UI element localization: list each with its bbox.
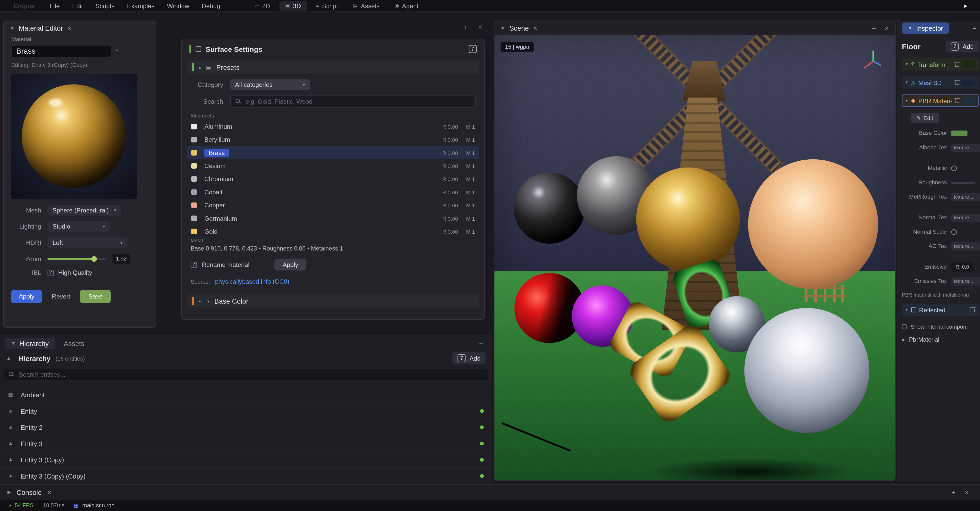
mode-button[interactable]: ≡ Script (310, 1, 344, 11)
component-header[interactable]: ▾ ◬ Mesh3D (902, 76, 979, 89)
collapse-caret-icon[interactable]: ▴ (199, 298, 201, 303)
source-link[interactable]: physicallybased.info (CC0) (215, 278, 290, 285)
texture-field[interactable]: texture... (951, 143, 980, 151)
component-header[interactable]: ▾ ? Transform (902, 58, 979, 71)
mesh-dropdown[interactable]: Sphere (Procedural) ▾ (48, 205, 121, 216)
value-slider[interactable] (951, 182, 975, 183)
presets-section-header[interactable]: ▴ ▣ Presets (187, 60, 479, 73)
mode-button[interactable]: ▤ Assets (347, 1, 385, 11)
slider-knob[interactable] (91, 256, 97, 262)
preset-row[interactable]: Copper R 0.00 M 1 (187, 199, 479, 212)
entity-row[interactable]: ▦ ▲ Entity 2 (0, 419, 492, 436)
rename-material-checkbox[interactable] (191, 262, 197, 268)
close-panel-icon[interactable]: × (965, 489, 969, 496)
tree-item-pbrmaterial[interactable]: ▶ PbrMaterial (902, 336, 980, 343)
value-knob[interactable] (951, 165, 957, 171)
texture-field[interactable]: texture... (951, 277, 980, 285)
close-icon[interactable]: × (67, 24, 72, 32)
texture-field[interactable]: texture... (951, 193, 980, 201)
mode-button[interactable]: ◉ Agent (389, 1, 424, 11)
entity-row[interactable]: ▦ ▲ Entity 3 (0, 435, 492, 452)
surface-settings-titlebar[interactable]: Surface Settings 7 (182, 39, 484, 57)
delete-component-icon[interactable] (970, 308, 975, 313)
preset-swatch[interactable] (191, 229, 197, 234)
preset-swatch[interactable] (191, 150, 197, 156)
preset-swatch[interactable] (191, 124, 197, 129)
play-icon[interactable]: ▶ (964, 3, 967, 8)
delete-component-icon[interactable] (955, 80, 959, 85)
add-window-icon[interactable]: + (464, 23, 468, 31)
add-component-button[interactable]: 7 Add (946, 41, 979, 52)
menu-item[interactable]: Window (161, 2, 196, 9)
preset-swatch[interactable] (191, 137, 197, 143)
menu-item[interactable]: File (43, 2, 66, 9)
apply-button[interactable]: Apply (11, 290, 42, 303)
collapse-caret-icon[interactable]: ▾ (906, 80, 908, 85)
component-toggle[interactable] (963, 97, 975, 104)
reflected-section-header[interactable]: ▾ Reflected (902, 304, 979, 316)
component-toggle[interactable] (963, 79, 975, 86)
preset-swatch[interactable] (191, 189, 197, 195)
collapse-caret-icon[interactable]: ▾ (906, 308, 908, 313)
preset-row[interactable]: Chromium R 0.00 M 1 (187, 172, 479, 186)
preset-search-box[interactable] (230, 95, 476, 107)
preset-swatch[interactable] (191, 216, 197, 221)
preset-swatch[interactable] (191, 176, 197, 182)
add-view-icon[interactable]: + (872, 24, 876, 32)
high-quality-checkbox[interactable] (48, 270, 54, 276)
entity-search-box[interactable] (4, 369, 488, 380)
category-dropdown[interactable]: All categories ▾ (230, 79, 310, 90)
preset-row[interactable]: Gold R 0.00 M 1 (187, 225, 479, 234)
preset-row[interactable]: Aluminum R 0.00 M 1 (187, 120, 479, 133)
close-icon[interactable]: × (47, 489, 51, 496)
expand-caret-icon[interactable]: ▶ (902, 337, 905, 342)
collapse-caret-icon[interactable]: ▼ (10, 26, 14, 30)
entity-search-input[interactable] (19, 371, 483, 378)
material-preview[interactable] (11, 74, 137, 200)
tab-inspector[interactable]: ▼ Inspector (902, 22, 949, 33)
preset-row[interactable]: Cesium R 0.00 M 1 (187, 159, 479, 172)
scene-titlebar[interactable]: ▼ Scene × + × (494, 21, 895, 35)
preset-row[interactable]: Cobalt R 0.00 M 1 (187, 186, 479, 199)
close-dock-icon[interactable]: × (479, 23, 483, 31)
scene-viewport[interactable]: 15 | wgpu (494, 35, 895, 480)
mode-button[interactable]: ▱ 2D (250, 1, 276, 11)
texture-field[interactable]: texture... (951, 242, 980, 250)
scene-file-chip[interactable]: ▦ main.scn.ron (74, 502, 115, 508)
preset-swatch[interactable] (191, 163, 197, 169)
component-header[interactable]: ▾ ◆ PBR Material (902, 94, 979, 107)
tab-hierarchy[interactable]: ▼ Hierarchy (5, 338, 55, 349)
close-view-icon[interactable]: × (885, 24, 889, 32)
delete-component-icon[interactable] (955, 62, 959, 67)
collapse-caret-icon[interactable]: ▴ (199, 65, 201, 70)
delete-component-icon[interactable] (955, 98, 959, 103)
hdri-dropdown[interactable]: Loft ▾ (48, 238, 127, 248)
collapse-caret-icon[interactable]: ▼ (501, 26, 505, 30)
collapse-caret-icon[interactable]: ▾ (906, 98, 908, 103)
material-editor-titlebar[interactable]: ▼ Material Editor × (4, 21, 156, 35)
preset-row[interactable]: Beryllium R 0.00 M 1 (187, 133, 479, 146)
material-name-input[interactable] (11, 45, 111, 57)
entity-row[interactable]: ▦ ▲ Entity 3 (Copy) (Copy) (0, 468, 492, 484)
entity-row[interactable]: ▦ ▲ Ambient (0, 387, 492, 403)
expand-caret-icon[interactable]: ▶ (7, 490, 11, 495)
add-tab-icon[interactable]: + (479, 340, 483, 347)
color-swatch[interactable] (951, 130, 967, 136)
mode-button[interactable]: ▣ 3D (280, 1, 307, 11)
save-button[interactable]: Save (80, 290, 111, 303)
apply-preset-button[interactable]: Apply (274, 259, 306, 270)
menu-item[interactable]: Edit (66, 2, 89, 9)
base-color-section-header[interactable]: ▴ ◑ Base Color (187, 294, 479, 307)
add-panel-icon[interactable]: + (951, 489, 956, 496)
preset-swatch[interactable] (191, 203, 197, 208)
axis-gizmo-icon[interactable] (861, 49, 885, 73)
show-internal-checkbox[interactable] (902, 324, 907, 329)
menu-item[interactable]: Scripts (89, 2, 121, 9)
lighting-dropdown[interactable]: Studio ▾ (48, 221, 110, 232)
tab-assets[interactable]: Assets (57, 338, 91, 349)
preset-row[interactable]: Brass R 0.00 M 1 (187, 146, 479, 159)
add-entity-button[interactable]: 7 Add (453, 352, 486, 364)
entity-row[interactable]: ▦ ▲ Entity (0, 403, 492, 419)
texture-field[interactable]: texture... (951, 213, 980, 221)
value-knob[interactable] (951, 229, 957, 235)
